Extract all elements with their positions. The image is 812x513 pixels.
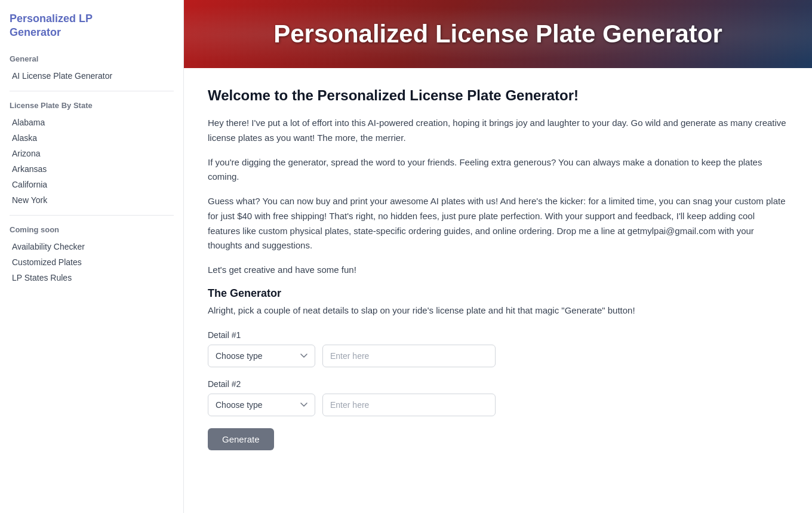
detail1-row: Choose type: [208, 345, 788, 367]
sidebar-section-general: General: [10, 54, 174, 63]
page-heading: Welcome to the Personalized License Plat…: [208, 87, 788, 104]
generate-button[interactable]: Generate: [208, 428, 274, 450]
sidebar-logo[interactable]: Personalized LP Generator: [10, 12, 174, 40]
sidebar-item-ai-generator[interactable]: AI License Plate Generator: [10, 68, 174, 84]
intro-para-4: Let's get creative and have some fun!: [208, 263, 788, 278]
sidebar-section-by-state: License Plate By State: [10, 101, 174, 110]
detail2-text-input[interactable]: [322, 394, 496, 416]
sidebar-divider-2: [10, 215, 174, 216]
detail1-text-input[interactable]: [322, 345, 496, 367]
generator-desc: Alright, pick a couple of neat details t…: [208, 303, 788, 318]
sidebar-item-alabama[interactable]: Alabama: [10, 115, 174, 130]
sidebar-item-california[interactable]: California: [10, 177, 174, 192]
sidebar-item-new-york[interactable]: New York: [10, 192, 174, 208]
sidebar-divider-1: [10, 91, 174, 91]
intro-para-2: If you're digging the generator, spread …: [208, 155, 788, 185]
detail2-label: Detail #2: [208, 379, 788, 389]
hero-title: Personalized License Plate Generator: [273, 20, 722, 48]
generator-heading: The Generator: [208, 287, 788, 300]
sidebar-section-coming-soon: Coming soon: [10, 225, 174, 234]
sidebar-item-customized-plates[interactable]: Customized Plates: [10, 254, 174, 270]
content-area: Welcome to the Personalized License Plat…: [184, 68, 812, 513]
detail1-type-select[interactable]: Choose type: [208, 345, 315, 367]
sidebar: Personalized LP Generator General AI Lic…: [0, 0, 184, 513]
intro-para-3: Guess what? You can now buy and print yo…: [208, 194, 788, 253]
sidebar-item-arizona[interactable]: Arizona: [10, 146, 174, 161]
sidebar-item-arkansas[interactable]: Arkansas: [10, 161, 174, 177]
main-area: Personalized License Plate Generator Wel…: [184, 0, 812, 513]
detail2-type-select[interactable]: Choose type: [208, 394, 315, 416]
sidebar-item-lp-states-rules[interactable]: LP States Rules: [10, 270, 174, 285]
detail2-row: Choose type: [208, 394, 788, 416]
sidebar-item-alaska[interactable]: Alaska: [10, 130, 174, 146]
detail1-label: Detail #1: [208, 330, 788, 340]
hero-banner: Personalized License Plate Generator: [184, 0, 812, 68]
intro-para-1: Hey there! I've put a lot of effort into…: [208, 116, 788, 146]
sidebar-item-availability-checker[interactable]: Availability Checker: [10, 239, 174, 254]
